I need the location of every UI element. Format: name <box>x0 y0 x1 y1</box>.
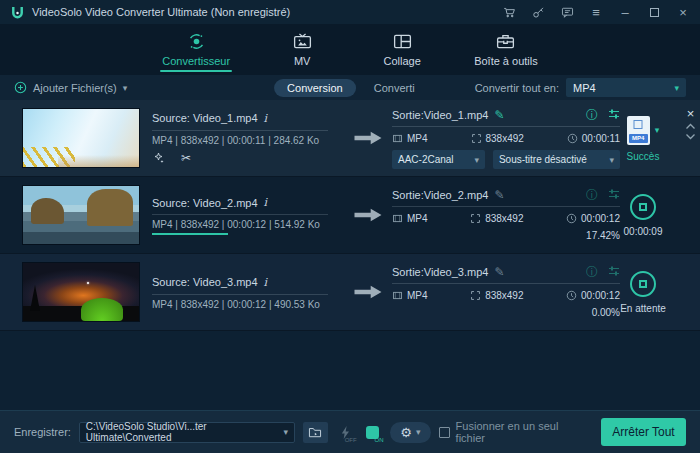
output-format-select[interactable]: MP4 ▾ <box>566 78 686 97</box>
source-filename: Source: Video_1.mp4 <box>152 112 258 124</box>
file-row[interactable]: Source: Video_3.mp4 i MP4 | 838x492 | 00… <box>0 254 700 331</box>
titlebar: VideoSolo Video Converter Ultimate (Non … <box>0 0 700 24</box>
output-format: MP4 <box>407 213 428 224</box>
output-info-icon[interactable]: ⓘ <box>586 109 598 121</box>
output-path-field[interactable]: C:\VideoSolo Studio\Vi...ter Ultimate\Co… <box>79 422 295 443</box>
open-folder-button[interactable] <box>303 422 328 443</box>
convert-all-label: Convertir tout en: <box>475 82 559 94</box>
file-row[interactable]: Source: Video_1.mp4 i MP4 | 838x492 | 00… <box>0 100 700 177</box>
output-format: MP4 <box>407 133 428 144</box>
minimize-button[interactable]: – <box>618 5 632 19</box>
rename-icon[interactable]: ✎ <box>494 188 504 202</box>
remove-file-icon[interactable]: × <box>687 107 695 120</box>
hardware-boost-toggle[interactable]: OFF <box>336 421 355 443</box>
mp4-file-icon: MP4 <box>627 116 650 145</box>
edit-effects-icon[interactable] <box>152 151 165 166</box>
toolbox-icon <box>495 31 516 52</box>
row-status-area: En attente <box>610 254 676 331</box>
close-button[interactable]: × <box>676 5 690 19</box>
output-format-value: MP4 <box>573 82 596 94</box>
status-label: En attente <box>620 303 666 314</box>
resolution-icon <box>470 213 481 224</box>
tab-boite-a-outils[interactable]: Boîte à outils <box>474 24 538 75</box>
sub-toolbar: Ajouter Fichier(s) ▾ Conversion Converti… <box>0 75 700 100</box>
output-filename: Sortie:Video_3.mp4 <box>392 266 488 278</box>
audio-track-select[interactable]: AAC-2Canal ▾ <box>392 150 485 169</box>
progress-bar <box>152 233 228 235</box>
stop-button[interactable] <box>630 194 656 220</box>
source-filename: Source: Video_2.mp4 <box>152 197 258 209</box>
menu-icon[interactable]: ≡ <box>589 5 603 19</box>
tab-label: Collage <box>383 55 420 67</box>
clock-icon <box>566 213 577 224</box>
output-resolution: 838x492 <box>485 213 523 224</box>
tab-label: Convertisseur <box>162 55 230 67</box>
source-column: Source: Video_3.mp4 i MP4 | 838x492 | 00… <box>152 275 348 310</box>
cut-icon[interactable]: ✂ <box>181 152 191 164</box>
convert-arrow-icon <box>348 206 388 224</box>
output-resolution: 838x492 <box>486 133 524 144</box>
tab-convertisseur[interactable]: Convertisseur <box>162 24 230 75</box>
clock-icon <box>566 290 577 301</box>
mv-icon <box>292 31 313 52</box>
rename-icon[interactable]: ✎ <box>494 108 504 122</box>
tab-conversion[interactable]: Conversion <box>274 79 356 97</box>
video-thumbnail <box>22 185 140 245</box>
output-format: MP4 <box>407 290 428 301</box>
add-files-button[interactable]: Ajouter Fichier(s) ▾ <box>14 81 127 94</box>
source-filename: Source: Video_3.mp4 <box>152 276 258 288</box>
register-key-icon[interactable] <box>531 5 545 19</box>
status-label: 00:00:09 <box>624 226 663 237</box>
conversion-tabs: Conversion Converti <box>274 79 415 97</box>
gpu-acceleration-toggle[interactable]: ON <box>363 421 382 443</box>
merge-checkbox[interactable] <box>439 427 449 438</box>
output-path-value: C:\VideoSolo Studio\Vi...ter Ultimate\Co… <box>86 421 284 443</box>
output-column: Sortie:Video_1.mp4 ✎ ⓘ MP4 838x492 00:00… <box>392 107 620 169</box>
info-icon[interactable]: i <box>264 276 268 289</box>
maximize-button[interactable] <box>647 5 661 19</box>
resolution-icon <box>471 133 482 144</box>
clock-icon <box>567 133 578 144</box>
source-meta: MP4 | 838x492 | 00:00:11 | 284.62 Ko <box>152 135 348 146</box>
subtitle-select[interactable]: Sous-titre désactivé ▾ <box>493 150 620 169</box>
list-empty-area <box>0 331 700 410</box>
output-info-icon[interactable]: ⓘ <box>586 266 598 278</box>
tab-mv[interactable]: MV <box>274 24 330 75</box>
divider <box>152 214 328 215</box>
active-tab-underline <box>160 70 232 72</box>
move-up-icon[interactable] <box>685 123 696 130</box>
merge-checkbox-group[interactable]: Fusionner en un seul fichier <box>439 420 583 444</box>
info-icon[interactable]: i <box>264 196 268 209</box>
stop-button[interactable] <box>630 271 656 297</box>
output-resolution: 838x492 <box>485 290 523 301</box>
converter-icon <box>186 31 207 52</box>
format-badge-select[interactable]: MP4 ▾ <box>627 116 660 145</box>
tab-converti[interactable]: Converti <box>374 82 415 94</box>
move-down-icon[interactable] <box>685 133 696 140</box>
rename-icon[interactable]: ✎ <box>494 265 504 279</box>
tab-collage[interactable]: Collage <box>374 24 430 75</box>
source-meta: MP4 | 838x492 | 00:00:12 | 514.92 Ko <box>152 219 348 230</box>
cart-icon[interactable] <box>502 5 516 19</box>
output-column: Sortie:Video_3.mp4 ✎ ⓘ MP4 838x492 00:00… <box>392 264 620 320</box>
app-logo-icon <box>10 5 25 20</box>
mp4-badge-label: MP4 <box>629 134 648 143</box>
settings-button[interactable]: ⚙ ▾ <box>390 422 432 443</box>
format-icon <box>392 133 403 144</box>
convert-arrow-icon <box>348 283 388 301</box>
convert-all-group: Convertir tout en: MP4 ▾ <box>475 78 686 97</box>
stop-all-button[interactable]: Arrêter Tout <box>601 418 686 446</box>
format-icon <box>392 290 403 301</box>
file-row[interactable]: Source: Video_2.mp4 i MP4 | 838x492 | 00… <box>0 177 700 254</box>
tab-label: Boîte à outils <box>474 55 538 67</box>
info-icon[interactable]: i <box>264 112 268 125</box>
add-files-label: Ajouter Fichier(s) <box>33 82 117 94</box>
convert-arrow-icon <box>348 129 388 147</box>
chevron-down-icon: ▾ <box>655 125 660 135</box>
output-info-icon[interactable]: ⓘ <box>586 189 598 201</box>
subtitle-value: Sous-titre désactivé <box>499 154 587 165</box>
main-nav: Convertisseur MV Collage Boîte à outils <box>0 24 700 75</box>
feedback-icon[interactable] <box>560 5 574 19</box>
video-thumbnail <box>22 108 140 168</box>
chevron-down-icon: ▾ <box>674 83 679 93</box>
